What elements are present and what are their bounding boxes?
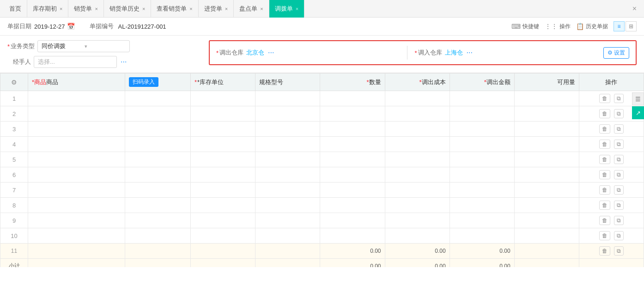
shortcut-btn[interactable]: ⌨ 快捷键 bbox=[511, 23, 539, 31]
delete-btn[interactable]: 🗑 bbox=[599, 155, 610, 164]
tab-bar-close-btn[interactable]: × bbox=[629, 5, 640, 13]
delete-btn[interactable]: 🗑 bbox=[599, 124, 610, 134]
row-amount: 0.00 bbox=[450, 244, 514, 259]
business-type-select[interactable]: 同价调拨 ▾ bbox=[37, 40, 130, 52]
warehouse-settings-btn[interactable]: ⚙ 设置 bbox=[603, 47, 629, 59]
delete-btn[interactable]: 🗑 bbox=[599, 201, 610, 210]
copy-btn[interactable]: ⧉ bbox=[614, 140, 624, 149]
row-scan bbox=[125, 122, 191, 137]
row-product[interactable] bbox=[28, 198, 125, 213]
delete-btn[interactable]: 🗑 bbox=[599, 109, 610, 118]
row-amount bbox=[450, 228, 514, 244]
copy-btn[interactable]: ⧉ bbox=[614, 109, 624, 118]
row-qty bbox=[320, 183, 385, 198]
delete-btn[interactable]: 🗑 bbox=[599, 216, 610, 225]
tab-sales-order-close[interactable]: × bbox=[95, 6, 97, 12]
tab-sales-order-label: 销货单 bbox=[74, 5, 92, 13]
operation-btn[interactable]: ⋮⋮ 操作 bbox=[545, 23, 571, 31]
tab-purchase-close[interactable]: × bbox=[225, 6, 228, 12]
history-icon: 📋 bbox=[576, 23, 584, 30]
row-qty bbox=[320, 91, 385, 106]
row-amount bbox=[450, 198, 514, 213]
table-row: 1 🗑 ⧉ bbox=[0, 91, 644, 106]
delete-btn[interactable]: 🗑 bbox=[599, 94, 610, 103]
transfer-out-more-btn[interactable]: ··· bbox=[268, 49, 274, 57]
row-product[interactable] bbox=[28, 167, 125, 183]
col-qty-text: 数量 bbox=[369, 79, 381, 85]
tab-view-sales-close[interactable]: × bbox=[189, 6, 192, 12]
delete-btn[interactable]: 🗑 bbox=[599, 185, 610, 195]
table-row: 2 🗑 ⧉ bbox=[0, 106, 644, 122]
col-amount-text: 调出金额 bbox=[486, 79, 510, 85]
row-cost bbox=[385, 106, 450, 122]
copy-btn[interactable]: ⧉ bbox=[614, 94, 624, 103]
row-product[interactable] bbox=[28, 122, 125, 137]
copy-btn[interactable]: ⧉ bbox=[614, 155, 624, 164]
row-amount bbox=[450, 137, 514, 152]
row-product[interactable] bbox=[28, 137, 125, 152]
row-available bbox=[514, 228, 579, 244]
tab-purchase[interactable]: 进货单 × bbox=[199, 0, 234, 18]
copy-btn[interactable]: ⧉ bbox=[614, 231, 624, 240]
copy-btn[interactable]: ⧉ bbox=[614, 124, 624, 134]
copy-btn[interactable]: ⧉ bbox=[614, 246, 624, 256]
tab-stock-init[interactable]: 库存期初 × bbox=[27, 0, 68, 18]
row-product[interactable] bbox=[28, 228, 125, 244]
table-row: 3 🗑 ⧉ bbox=[0, 122, 644, 137]
col-op-text: 操作 bbox=[605, 79, 617, 85]
copy-btn[interactable]: ⧉ bbox=[614, 216, 624, 225]
tab-inventory[interactable]: 盘点单 × bbox=[234, 0, 269, 18]
row-product[interactable] bbox=[28, 213, 125, 228]
tab-sales-order[interactable]: 销货单 × bbox=[68, 0, 103, 18]
handler-more-btn[interactable]: ··· bbox=[121, 58, 127, 66]
side-export-btn[interactable]: ↗ bbox=[632, 106, 644, 119]
row-num: 8 bbox=[0, 198, 28, 213]
row-available bbox=[514, 91, 579, 106]
calendar-icon[interactable]: 📅 bbox=[67, 23, 75, 30]
tab-stock-init-close[interactable]: × bbox=[60, 6, 62, 12]
tab-sales-history[interactable]: 销货单历史 × bbox=[104, 0, 151, 18]
form-area: * 业务类型 同价调拨 ▾ 经手人 选择... ··· * 调出仓库 北京仓 ·… bbox=[0, 36, 644, 73]
history-btn[interactable]: 📋 历史单据 bbox=[576, 23, 608, 31]
scan-btn[interactable]: 扫码录入 bbox=[129, 77, 158, 87]
copy-btn[interactable]: ⧉ bbox=[614, 201, 624, 210]
row-qty: 0.00 bbox=[320, 244, 385, 259]
row-product[interactable] bbox=[28, 152, 125, 167]
delete-btn[interactable]: 🗑 bbox=[599, 140, 610, 149]
row-cost bbox=[385, 213, 450, 228]
row-product[interactable] bbox=[28, 183, 125, 198]
row-op: 🗑 ⧉ bbox=[579, 122, 644, 137]
tab-transfer-close[interactable]: × bbox=[296, 6, 298, 12]
view-grid-btn[interactable]: ⊞ bbox=[626, 21, 637, 31]
row-spec bbox=[255, 137, 320, 152]
transfer-in-star: * bbox=[415, 49, 417, 56]
delete-btn[interactable]: 🗑 bbox=[599, 231, 610, 240]
row-product[interactable] bbox=[28, 91, 125, 106]
copy-btn[interactable]: ⧉ bbox=[614, 185, 624, 195]
table-settings-btn[interactable]: ⚙ bbox=[9, 79, 19, 86]
row-product[interactable] bbox=[28, 244, 125, 259]
tab-home-label: 首页 bbox=[9, 5, 21, 13]
col-available-header: 可用量 bbox=[514, 73, 579, 91]
delete-btn[interactable]: 🗑 bbox=[599, 246, 610, 256]
row-product[interactable] bbox=[28, 106, 125, 122]
operation-label: 操作 bbox=[559, 23, 571, 31]
table-header-row: ⚙ *商品商品 扫码录入 **库存单位 规格型号 *数量 *调出 bbox=[0, 73, 644, 91]
handler-input[interactable]: 选择... bbox=[34, 56, 117, 68]
side-list-btn[interactable]: ☰ bbox=[632, 92, 644, 105]
view-list-btn[interactable]: ≡ bbox=[614, 21, 625, 31]
business-type-label: 业务类型 bbox=[11, 42, 35, 50]
row-qty bbox=[320, 213, 385, 228]
tab-inventory-close[interactable]: × bbox=[260, 6, 263, 12]
copy-btn[interactable]: ⧉ bbox=[614, 170, 624, 179]
delete-btn[interactable]: 🗑 bbox=[599, 170, 610, 179]
tab-transfer[interactable]: 调拨单 × bbox=[269, 0, 304, 18]
tab-sales-history-close[interactable]: × bbox=[142, 6, 145, 12]
tab-home[interactable]: 首页 bbox=[4, 0, 27, 18]
transfer-in-more-btn[interactable]: ··· bbox=[467, 49, 473, 57]
tab-view-sales[interactable]: 查看销货单 × bbox=[151, 0, 198, 18]
row-op: 🗑 ⧉ bbox=[579, 137, 644, 152]
col-cost-header: *调出成本 bbox=[385, 73, 450, 91]
tab-sales-history-label: 销货单历史 bbox=[109, 5, 140, 13]
col-product-text: 商品 bbox=[46, 79, 58, 85]
